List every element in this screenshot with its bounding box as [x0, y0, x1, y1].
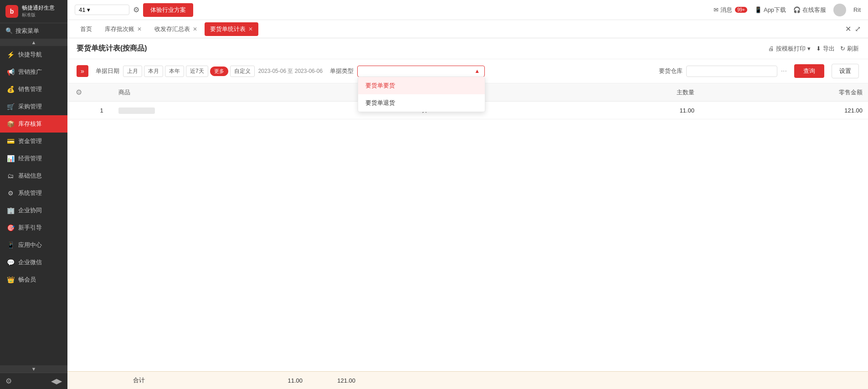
- filter-year-btn[interactable]: 本年: [165, 66, 184, 77]
- sidebar-item-sales[interactable]: 💰 销售管理: [0, 81, 67, 98]
- filter-custom-btn[interactable]: 自定义: [230, 66, 255, 77]
- industry-btn[interactable]: 体验行业方案: [143, 3, 193, 17]
- filter-type-input[interactable]: ▲ 要货单要货 要货单退货: [357, 66, 485, 77]
- filter-date-group: 单据日期 上月 本月 本年 近7天 更多 自定义 2023-05-06 至 20…: [96, 66, 323, 77]
- sidebar-item-wxenterprise[interactable]: 💬 企业微信: [0, 254, 67, 271]
- sidebar-item-membership[interactable]: 👑 畅会员: [0, 271, 67, 288]
- tab-receivable-summary-close[interactable]: ✕: [193, 26, 197, 32]
- sidebar-nav: ⚡ 快捷导航 📢 营销推广 💰 销售管理 🛒 采购管理 📦 库存核算 💳 资金管…: [0, 46, 67, 365]
- filter-type-label: 单据类型: [330, 67, 354, 75]
- wxenterprise-icon: 💬: [6, 258, 15, 266]
- filter-more-date-btn[interactable]: 更多: [210, 67, 228, 76]
- settings-icon[interactable]: ⚙: [5, 377, 12, 385]
- online-service-label: 在线客服: [802, 6, 826, 14]
- col-settings-header[interactable]: ⚙: [67, 83, 90, 102]
- filter-prev-month-btn[interactable]: 上月: [123, 66, 142, 77]
- tab-home[interactable]: 首页: [75, 22, 98, 36]
- filter-current-month-btn[interactable]: 本月: [144, 66, 163, 77]
- sidebar-item-guide-label: 新手引导: [18, 224, 42, 232]
- type-dropdown: 要货单要货 要货单退货: [358, 77, 485, 112]
- sidebar-item-purchase[interactable]: 🛒 采购管理: [0, 98, 67, 115]
- tab-order-summary-close[interactable]: ✕: [248, 26, 253, 32]
- sidebar-item-guide[interactable]: 🎯 新手引导: [0, 219, 67, 236]
- tab-receivable-summary[interactable]: 收发存汇总表 ✕: [149, 22, 203, 36]
- filter-warehouse-input[interactable]: [686, 66, 777, 77]
- sidebar-item-finance[interactable]: 💳 资金管理: [0, 133, 67, 150]
- page-title: 要货单统计表(按商品): [77, 44, 147, 53]
- filter-warehouse-label: 要货仓库: [659, 67, 683, 75]
- refresh-label: 刷新: [847, 45, 859, 53]
- filter-date-btns: 上月 本月 本年 近7天 更多 自定义: [123, 66, 255, 77]
- app-name: 畅捷通好生意: [22, 5, 55, 12]
- print-arrow-icon: ▾: [807, 45, 811, 52]
- product-placeholder: [118, 107, 155, 114]
- sidebar-item-quicknav-label: 快捷导航: [18, 51, 42, 59]
- message-icon: ✉: [714, 6, 719, 13]
- guide-icon: 🎯: [6, 224, 15, 232]
- app-sub: 标准版: [22, 12, 55, 18]
- tab-inventory-batch-label: 库存批次账: [105, 25, 134, 33]
- topbar-right: ✉ 消息 99+ 📱 App下载 🎧 在线客服 Rit: [714, 4, 861, 16]
- tab-order-summary[interactable]: 要货单统计表 ✕: [205, 22, 258, 36]
- sidebar-item-basics[interactable]: 🗂 基础信息: [0, 167, 67, 184]
- sidebar-item-enterprise-label: 企业协同: [18, 206, 42, 215]
- sidebar-bottom: ⚙ ◀▶: [0, 373, 67, 389]
- tab-inventory-batch-close[interactable]: ✕: [137, 26, 142, 32]
- sidebar-item-inventory-label: 库存核算: [18, 120, 42, 128]
- sidebar-item-sales-label: 销售管理: [18, 85, 42, 93]
- tab-home-label: 首页: [80, 25, 92, 33]
- table-area: ⚙ 商品 主计量单位 主数量 零售金额 1: [67, 83, 868, 371]
- sidebar-item-appstore[interactable]: 📱 应用中心: [0, 236, 67, 254]
- export-btn[interactable]: ⬇ 导出: [816, 45, 835, 53]
- app-logo-icon: b: [5, 5, 18, 18]
- dropdown-item-order-goods-label: 要货单要货: [365, 82, 395, 89]
- dropdown-item-order-return[interactable]: 要货单退货: [358, 94, 485, 112]
- filter-bar: » 单据日期 上月 本月 本年 近7天 更多 自定义 2023-05-06 至 …: [67, 59, 868, 83]
- tab-expand-btn[interactable]: ⤢: [855, 25, 861, 33]
- filter-expand-btn[interactable]: »: [77, 65, 88, 77]
- table-footer: 合计 11.00 121.00: [67, 371, 868, 389]
- topbar-gear-icon[interactable]: ⚙: [133, 5, 139, 14]
- sidebar-search-label: 搜索菜单: [15, 27, 39, 35]
- avatar[interactable]: [833, 4, 846, 16]
- sidebar-item-inventory[interactable]: 📦 库存核算: [0, 115, 67, 133]
- filter-warehouse-more-icon[interactable]: ···: [781, 67, 787, 75]
- sidebar-item-marketing[interactable]: 📢 营销推广: [0, 63, 67, 81]
- marketing-icon: 📢: [6, 68, 15, 76]
- sidebar-item-enterprise[interactable]: 🏢 企业协同: [0, 202, 67, 219]
- row-amount-cell: 121.00: [700, 102, 868, 119]
- sidebar-item-system[interactable]: ⚙ 系统管理: [0, 184, 67, 202]
- app-download-label: App下载: [764, 6, 786, 14]
- settings-btn[interactable]: 设置: [832, 64, 859, 78]
- col-settings-icon[interactable]: ⚙: [76, 88, 82, 96]
- filter-7days-btn[interactable]: 近7天: [186, 66, 208, 77]
- sidebar-scroll-up[interactable]: ▲: [0, 39, 67, 46]
- sidebar-item-quicknav[interactable]: ⚡ 快捷导航: [0, 46, 67, 63]
- quicknav-icon: ⚡: [6, 51, 15, 59]
- tab-close-all-btn[interactable]: ✕: [845, 25, 851, 33]
- query-btn[interactable]: 查询: [794, 64, 824, 78]
- topbar: 41 ▾ ⚙ 体验行业方案 ✉ 消息 99+ 📱 App下载 🎧 在线客服 Ri…: [67, 0, 868, 20]
- app-download-btn[interactable]: 📱 App下载: [755, 6, 786, 14]
- page-content: 要货单统计表(按商品) 🖨 按模板打印 ▾ ⬇ 导出 ↻ 刷新 »: [67, 38, 868, 389]
- system-icon: ⚙: [6, 189, 15, 197]
- inventory-icon: 📦: [6, 120, 15, 128]
- footer-qty: 11.00: [266, 377, 303, 384]
- service-icon: 🎧: [793, 6, 801, 13]
- phone-icon: 📱: [755, 6, 762, 13]
- collapse-icon[interactable]: ◀▶: [51, 377, 62, 385]
- online-service-btn[interactable]: 🎧 在线客服: [793, 6, 826, 14]
- sidebar-item-operations[interactable]: 📊 经营管理: [0, 150, 67, 167]
- print-btn[interactable]: 🖨 按模板打印 ▾: [768, 45, 811, 53]
- dropdown-item-order-goods[interactable]: 要货单要货: [358, 77, 485, 94]
- messages-btn[interactable]: ✉ 消息 99+: [714, 6, 747, 14]
- refresh-btn[interactable]: ↻ 刷新: [840, 45, 859, 53]
- sidebar-scroll-down[interactable]: ▼: [0, 365, 67, 373]
- sidebar-item-finance-label: 资金管理: [18, 137, 42, 145]
- purchase-icon: 🛒: [6, 102, 15, 111]
- tab-inventory-batch[interactable]: 库存批次账 ✕: [99, 22, 147, 36]
- export-icon: ⬇: [816, 45, 821, 52]
- sidebar: b 畅捷通好生意 标准版 🔍 搜索菜单 ▲ ⚡ 快捷导航 📢 营销推广 💰 销售…: [0, 0, 67, 389]
- branch-selector[interactable]: 41 ▾: [75, 5, 129, 15]
- sidebar-search[interactable]: 🔍 搜索菜单: [0, 23, 67, 39]
